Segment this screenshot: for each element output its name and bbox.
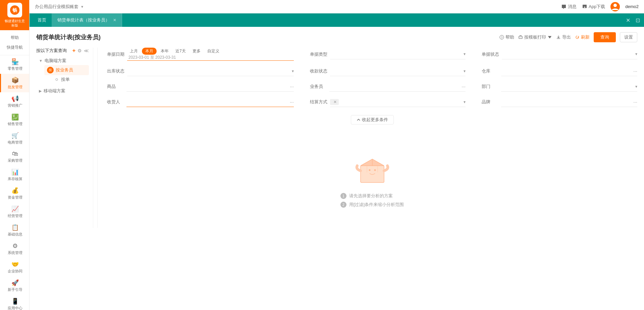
sidebar-item-basic[interactable]: 📋 基础信息: [0, 221, 29, 240]
refresh-btn[interactable]: 刷新: [575, 34, 590, 40]
salesperson-control[interactable]: ···: [329, 82, 466, 92]
newbie-label: 新手引导: [8, 287, 22, 292]
svg-text:?: ?: [501, 36, 502, 39]
left-panel: 按以下方案查询 + ⚙ ≪ ▼ 电脑端方案 按: [36, 48, 93, 228]
receipt-status-control[interactable]: ▾: [330, 66, 466, 76]
app-download-action[interactable]: App下载: [582, 4, 605, 10]
user-name[interactable]: demo2: [625, 4, 639, 9]
date-current-month[interactable]: 本月: [142, 48, 157, 55]
sidebar-item-newbie[interactable]: 🚀 新手引导: [0, 276, 29, 295]
tab-close-icon[interactable]: ✕: [113, 18, 116, 22]
settings-btn[interactable]: 设置: [620, 32, 637, 42]
sidebar-item-ecommerce[interactable]: 🛒 电商管理: [0, 129, 29, 148]
quick-nav-label[interactable]: 快捷导航: [7, 43, 23, 52]
finance-icon: 💰: [11, 187, 19, 194]
out-status-label: 出库状态: [107, 68, 124, 74]
empty-state: 1 请先选择要分析的方案 2 用[过滤]条件来缩小分析范围: [107, 127, 637, 228]
help-btn[interactable]: ? 帮助: [499, 34, 514, 40]
warehouse-label: 仓库: [482, 68, 498, 74]
sidebar-item-retail[interactable]: 🏪 零售管理: [0, 55, 29, 74]
date-custom[interactable]: 自定义: [205, 48, 222, 55]
desktop-scheme-group[interactable]: ▼ 电脑端方案: [36, 56, 89, 65]
sidebar-logo[interactable]: 畅 畅捷通好生意 标版: [0, 0, 29, 30]
message-action[interactable]: 消息: [561, 4, 577, 10]
svg-point-12: [374, 169, 376, 171]
content-layout: 按以下方案查询 + ⚙ ≪ ▼ 电脑端方案 按: [36, 48, 637, 228]
tab-close-window-icon[interactable]: ✕: [625, 16, 632, 25]
dept-control[interactable]: ▾: [501, 82, 637, 92]
filter-out-status: 出库状态 ▾: [107, 66, 294, 76]
search-menu-label[interactable]: 帮助: [11, 33, 19, 43]
sidebar-item-marketing[interactable]: 📢 营销推广: [0, 92, 29, 111]
newbie-icon: 🚀: [11, 279, 19, 287]
doc-type-label: 单据类型: [310, 51, 327, 57]
export-btn[interactable]: 导出: [556, 34, 571, 40]
marketing-label: 营销推广: [8, 103, 22, 108]
receiver-control[interactable]: ···: [126, 97, 294, 107]
date-more[interactable]: 更多: [190, 48, 203, 55]
scheme-salesperson-label: 按业务员: [56, 67, 73, 73]
panel-header: 按以下方案查询 + ⚙ ≪: [36, 48, 89, 54]
user-avatar[interactable]: [610, 2, 620, 11]
system-label: 系统管理: [8, 250, 22, 255]
ecommerce-label: 电商管理: [8, 140, 22, 145]
out-status-control[interactable]: ▾: [127, 66, 294, 76]
add-scheme-btn[interactable]: +: [72, 48, 75, 54]
settle-method-control[interactable]: ✕ ▾: [330, 97, 466, 107]
receipt-status-arrow-icon: ▾: [464, 69, 466, 73]
brand-control[interactable]: ···: [501, 97, 637, 107]
tab-maximize-icon[interactable]: ⊡: [634, 16, 641, 25]
basic-icon: 📋: [11, 224, 19, 231]
sidebar-item-finance[interactable]: 💰 资金管理: [0, 184, 29, 203]
tab-report[interactable]: 销货单统计表（按业务员） ✕: [52, 13, 122, 27]
svg-point-8: [56, 79, 58, 81]
scheme-salesperson[interactable]: 按 按业务员: [44, 65, 89, 75]
doc-type-arrow-icon: ▾: [464, 52, 466, 56]
sidebar-item-inventory[interactable]: 📊 库存核算: [0, 166, 29, 184]
main-content: 办公用品行业模拟账套 ▾ 消息 App下载 demo2 首页 销货单统计表（按业…: [30, 0, 644, 310]
sidebar-item-operation[interactable]: 📈 经营管理: [0, 203, 29, 221]
template-print-btn[interactable]: 按模板打印: [518, 34, 552, 40]
sidebar-item-wholesale[interactable]: 📦 批发管理: [0, 74, 29, 92]
operation-icon: 📈: [11, 205, 19, 213]
sidebar-item-system[interactable]: ⚙ 系统管理: [0, 240, 29, 258]
tree-children: 按 按业务员 按单: [36, 65, 89, 84]
collapse-panel-btn[interactable]: ≪: [84, 48, 89, 53]
sidebar-item-enterprise[interactable]: 🤝 企业协同: [0, 258, 29, 276]
enterprise-label: 企业协同: [8, 269, 22, 274]
svg-rect-7: [520, 37, 522, 38]
doc-type-control[interactable]: ▾: [330, 49, 466, 59]
collapse-btn[interactable]: 收起更多条件: [351, 115, 394, 124]
date-7days[interactable]: 近7天: [173, 48, 189, 55]
warehouse-control[interactable]: ···: [501, 66, 637, 76]
inventory-label: 库存核算: [8, 176, 22, 182]
system-icon: ⚙: [12, 242, 18, 250]
receiver-input[interactable]: [126, 99, 294, 104]
scheme-by-order[interactable]: 按单: [44, 75, 89, 84]
warehouse-dots-icon: ···: [633, 68, 637, 74]
date-prev-month[interactable]: 上月: [127, 48, 141, 55]
sales-icon: 💹: [11, 113, 19, 121]
enterprise-icon: 🤝: [11, 261, 19, 268]
mobile-group-header[interactable]: ▶ 移动端方案: [36, 87, 89, 95]
doc-status-control[interactable]: ▾: [502, 49, 637, 59]
sidebar-item-purchase[interactable]: 🛍 采购管理: [0, 148, 29, 166]
tab-report-label: 销货单统计表（按业务员）: [57, 17, 110, 23]
goods-control[interactable]: ···: [126, 82, 294, 92]
settle-method-clear-btn[interactable]: ✕: [333, 100, 337, 104]
tab-home[interactable]: 首页: [32, 13, 52, 27]
filter-settle-method: 结算方式 ✕ ▾: [310, 97, 466, 107]
sidebar-item-appstore[interactable]: 📱 应用中心: [0, 295, 29, 310]
filter-row-2: 出库状态 ▾ 收款状态 ▾: [107, 66, 637, 76]
sidebar-item-sales[interactable]: 💹 销售管理: [0, 111, 29, 129]
mobile-group-arrow: ▶: [39, 89, 42, 93]
filter-date: 单据日期 上月 本月 本年 近7天 更多 自定义 20: [107, 48, 294, 61]
settle-method-arrow-icon: ▾: [464, 100, 466, 104]
date-current-year[interactable]: 本年: [158, 48, 171, 55]
panel-header-label: 按以下方案查询: [36, 48, 67, 54]
query-btn[interactable]: 查询: [594, 32, 616, 42]
topbar: 办公用品行业模拟账套 ▾ 消息 App下载 demo2: [30, 0, 644, 13]
settings-scheme-btn[interactable]: ⚙: [77, 48, 82, 53]
topbar-dropdown[interactable]: ▾: [81, 4, 83, 9]
right-panel: 单据日期 上月 本月 本年 近7天 更多 自定义 20: [102, 48, 637, 228]
